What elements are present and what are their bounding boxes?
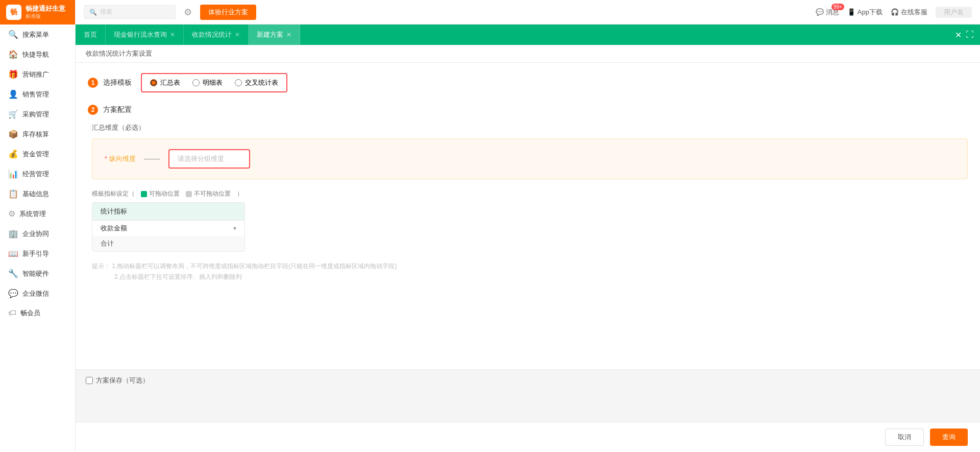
purchase-icon: 🛒 bbox=[8, 109, 18, 119]
sidebar-item-hardware[interactable]: 🔧 智能硬件 bbox=[0, 264, 75, 283]
hardware-icon: 🔧 bbox=[8, 269, 18, 278]
maximize-icon[interactable]: ⛶ bbox=[966, 30, 974, 39]
movable-legend: 可拖动位置 bbox=[141, 189, 180, 198]
dimension-arrow: —— bbox=[144, 154, 160, 163]
metrics-table: 统计指标 收款金额 ▾ 合计 bbox=[92, 202, 245, 252]
sidebar-item-member[interactable]: 🏷 畅会员 bbox=[0, 303, 75, 323]
step2-title: 方案配置 bbox=[103, 105, 132, 114]
movable-dot bbox=[141, 191, 147, 197]
option-summary[interactable]: 汇总表 bbox=[150, 78, 180, 87]
user-name[interactable]: 用户名 bbox=[936, 7, 972, 18]
breadcrumb: 收款情况统计方案设置 bbox=[76, 45, 980, 63]
sidebar-item-enterprise[interactable]: 🏢 企业协同 bbox=[0, 224, 75, 244]
search-icon: 🔍 bbox=[89, 9, 97, 16]
step1-number: 1 bbox=[88, 78, 98, 88]
sidebar-item-search-menu[interactable]: 🔍 搜索菜单 bbox=[0, 25, 75, 44]
tab-new-plan-close[interactable]: ✕ bbox=[286, 31, 291, 38]
sidebar-item-system[interactable]: ⚙ 系统管理 bbox=[0, 204, 75, 224]
tab-receipt-stats-close[interactable]: ✕ bbox=[235, 31, 240, 38]
option-cross[interactable]: 交叉统计表 bbox=[235, 78, 278, 87]
query-button[interactable]: 查询 bbox=[930, 429, 968, 446]
save-option[interactable]: 方案保存（可选） bbox=[86, 376, 149, 385]
basic-info-icon: 📋 bbox=[8, 189, 18, 199]
metrics-row-subtotal: 合计 bbox=[92, 236, 244, 251]
online-service[interactable]: 🎧 在线客服 bbox=[891, 8, 927, 17]
sidebar-item-wechat[interactable]: 💬 企业微信 bbox=[0, 283, 75, 303]
enterprise-icon: 🏢 bbox=[8, 229, 18, 239]
metrics-row-receipts: 收款金额 ▾ bbox=[92, 221, 244, 236]
message-icon: 💬 bbox=[816, 8, 824, 16]
sidebar-item-sales[interactable]: 👤 销售管理 bbox=[0, 84, 75, 104]
fixed-legend: 不可拖动位置 bbox=[186, 189, 231, 198]
service-icon: 🎧 bbox=[891, 8, 899, 16]
action-bar: 取消 查询 bbox=[76, 422, 980, 452]
search-box[interactable]: 🔍 搜索 bbox=[84, 5, 176, 19]
topbar: 🔍 搜索 ⚙ 体验行业方案 💬 消息 99+ 📱 App下载 🎧 在线客服 用户… bbox=[76, 0, 980, 25]
download-icon: 📱 bbox=[847, 8, 855, 16]
close-tab-icon[interactable]: ✕ bbox=[955, 30, 962, 40]
guide-icon: 📖 bbox=[8, 249, 18, 258]
tab-cash-bank-close[interactable]: ✕ bbox=[170, 31, 175, 38]
metrics-section: 模板指标设定（ 可拖动位置 不可拖动位置 ） bbox=[92, 189, 968, 252]
tips-section: 提示： 1.拖动标题栏可以调整布局，不可跨维度或指标区域拖动栏目字段(只能在同一… bbox=[92, 262, 968, 281]
logo-icon: 畅 bbox=[6, 5, 21, 20]
dropdown-icon[interactable]: ▾ bbox=[233, 225, 236, 232]
sidebar-item-basic-info[interactable]: 📋 基础信息 bbox=[0, 184, 75, 204]
footer-section: 方案保存（可选） bbox=[76, 369, 980, 391]
dimension-row: * 纵向维度 —— 请选择分组维度 bbox=[105, 149, 955, 169]
tab-cash-bank[interactable]: 现金银行流水查询 ✕ bbox=[106, 25, 184, 45]
sidebar-item-operations[interactable]: 📊 经营管理 bbox=[0, 164, 75, 184]
wechat-icon: 💬 bbox=[8, 289, 18, 298]
main-content: 🔍 搜索 ⚙ 体验行业方案 💬 消息 99+ 📱 App下载 🎧 在线客服 用户… bbox=[76, 0, 980, 452]
step2-number: 2 bbox=[88, 105, 98, 115]
step1-section: 1 选择模板 汇总表 明细表 交叉统计表 bbox=[88, 73, 968, 92]
dimension-select[interactable]: 请选择分组维度 bbox=[168, 149, 250, 169]
vertical-dimension-label: * 纵向维度 bbox=[105, 154, 136, 163]
metrics-header: 统计指标 bbox=[92, 203, 244, 221]
dimension-area: * 纵向维度 —— 请选择分组维度 bbox=[92, 138, 968, 179]
save-checkbox[interactable] bbox=[86, 377, 93, 384]
tab-receipt-stats[interactable]: 收款情况统计 ✕ bbox=[184, 25, 249, 45]
dimension-section-title: 汇总维度（必选） bbox=[92, 123, 968, 132]
step1-header: 1 选择模板 汇总表 明细表 交叉统计表 bbox=[88, 73, 968, 92]
cancel-button[interactable]: 取消 bbox=[885, 429, 924, 446]
step1-title: 选择模板 bbox=[103, 78, 132, 87]
sidebar: 畅 畅捷通好生意 标准版 🔍 搜索菜单 🏠 快捷导航 🎁 营销推广 👤 销售管理… bbox=[0, 0, 76, 452]
tab-controls: ✕ ⛶ bbox=[949, 25, 980, 45]
logo-text: 畅捷通好生意 标准版 bbox=[26, 5, 65, 20]
topbar-right: 💬 消息 99+ 📱 App下载 🎧 在线客服 用户名 bbox=[816, 7, 972, 18]
step2-header: 2 方案配置 bbox=[88, 105, 968, 115]
marketing-icon: 🎁 bbox=[8, 69, 18, 79]
sidebar-item-quick-nav[interactable]: 🏠 快捷导航 bbox=[0, 44, 75, 64]
content-area: 收款情况统计方案设置 1 选择模板 汇总表 明细表 bbox=[76, 45, 980, 422]
form-container: 1 选择模板 汇总表 明细表 交叉统计表 bbox=[76, 63, 980, 369]
app-download[interactable]: 📱 App下载 bbox=[847, 8, 883, 17]
tab-home[interactable]: 首页 bbox=[76, 25, 106, 45]
message-badge[interactable]: 💬 消息 99+ bbox=[816, 8, 839, 17]
operations-icon: 📊 bbox=[8, 169, 18, 179]
sidebar-logo: 畅 畅捷通好生意 标准版 bbox=[0, 0, 75, 25]
option-detail[interactable]: 明细表 bbox=[192, 78, 223, 87]
fixed-dot bbox=[186, 191, 192, 197]
sidebar-item-guide[interactable]: 📖 新手引导 bbox=[0, 244, 75, 264]
finance-icon: 💰 bbox=[8, 149, 18, 159]
tab-new-plan[interactable]: 新建方案 ✕ bbox=[249, 25, 300, 45]
template-options: 汇总表 明细表 交叉统计表 bbox=[141, 73, 287, 92]
row-actions: ▾ bbox=[233, 225, 236, 232]
member-icon: 🏷 bbox=[8, 308, 16, 318]
sidebar-item-inventory[interactable]: 📦 库存核算 bbox=[0, 124, 75, 144]
sales-icon: 👤 bbox=[8, 89, 18, 99]
trial-button[interactable]: 体验行业方案 bbox=[200, 5, 256, 20]
sidebar-item-finance[interactable]: 💰 资金管理 bbox=[0, 144, 75, 164]
step2-section: 2 方案配置 汇总维度（必选） * 纵向维度 —— bbox=[88, 105, 968, 281]
quick-nav-icon: 🏠 bbox=[8, 50, 18, 59]
settings-icon[interactable]: ⚙ bbox=[184, 7, 192, 18]
sidebar-item-marketing[interactable]: 🎁 营销推广 bbox=[0, 64, 75, 84]
sidebar-item-purchase[interactable]: 🛒 采购管理 bbox=[0, 104, 75, 124]
tab-bar: 首页 现金银行流水查询 ✕ 收款情况统计 ✕ 新建方案 ✕ ✕ ⛶ bbox=[76, 25, 980, 45]
system-icon: ⚙ bbox=[8, 209, 15, 219]
search-menu-icon: 🔍 bbox=[8, 30, 18, 39]
inventory-icon: 📦 bbox=[8, 129, 18, 139]
metrics-legend: 模板指标设定（ 可拖动位置 不可拖动位置 ） bbox=[92, 189, 968, 198]
